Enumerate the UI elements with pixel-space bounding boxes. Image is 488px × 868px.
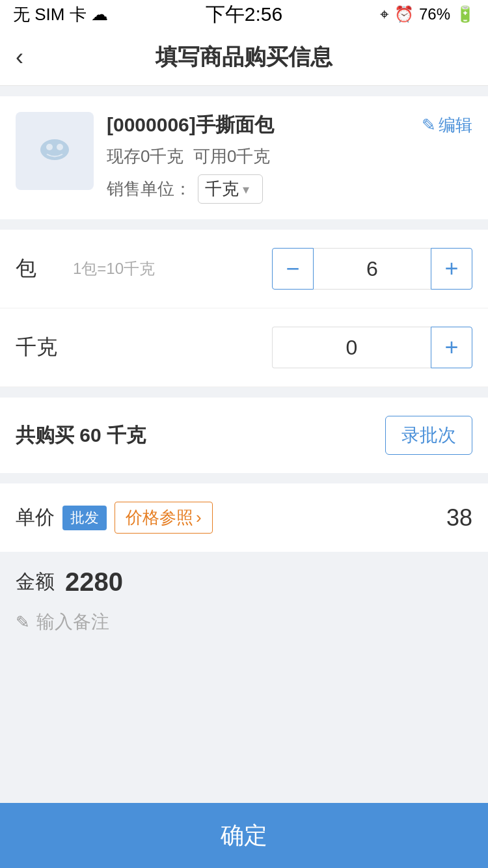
price-row: 单价 批发 价格参照 › 38 bbox=[16, 502, 472, 534]
edit-button[interactable]: ✎ 编辑 bbox=[422, 114, 472, 137]
price-value: 38 bbox=[446, 504, 472, 532]
price-ref-button[interactable]: 价格参照 › bbox=[115, 502, 213, 534]
kilogram-plus-button[interactable]: + bbox=[431, 327, 472, 368]
battery-level: 76% bbox=[419, 5, 450, 23]
svg-point-1 bbox=[46, 144, 53, 150]
remark-row[interactable]: ✎ 输入备注 bbox=[16, 610, 472, 634]
price-tag: 批发 bbox=[62, 506, 107, 530]
package-controls: − + bbox=[272, 248, 472, 290]
status-right: ⌖ ⏰ 76% 🔋 bbox=[380, 5, 475, 23]
product-name: [0000006]手撕面包 bbox=[107, 112, 274, 139]
pencil-icon: ✎ bbox=[16, 612, 30, 632]
amount-section: 金额 2280 ✎ 输入备注 bbox=[0, 552, 488, 641]
amount-value: 2280 bbox=[65, 567, 123, 597]
quantity-section: 包 1包=10千克 − + 千克 + bbox=[0, 230, 488, 387]
batch-button[interactable]: 录批次 bbox=[385, 416, 472, 455]
total-amount: 60 bbox=[79, 424, 101, 446]
package-minus-button[interactable]: − bbox=[272, 248, 314, 290]
alarm-icon: ⏰ bbox=[394, 5, 414, 23]
nav-bar: ‹ 填写商品购买信息 bbox=[0, 29, 488, 86]
package-quantity-input[interactable] bbox=[314, 248, 431, 290]
product-section: [0000006]手撕面包 ✎ 编辑 现存0千克 可用0千克 销售单位： 千克 … bbox=[0, 96, 488, 219]
package-row: 包 1包=10千克 − + bbox=[0, 230, 488, 308]
product-info: [0000006]手撕面包 ✎ 编辑 现存0千克 可用0千克 销售单位： 千克 … bbox=[107, 112, 472, 204]
chevron-down-icon: ▾ bbox=[243, 182, 249, 197]
sim-status: 无 SIM 卡 ☁ bbox=[13, 3, 108, 26]
price-ref-label: 价格参照 bbox=[126, 506, 193, 529]
remark-input[interactable]: 输入备注 bbox=[36, 610, 109, 634]
status-bar: 无 SIM 卡 ☁ 下午2:56 ⌖ ⏰ 76% 🔋 bbox=[0, 0, 488, 29]
total-row: 共购买 60 千克 录批次 bbox=[0, 398, 488, 473]
battery-icon: 🔋 bbox=[455, 5, 475, 23]
amount-label: 金额 bbox=[16, 569, 55, 595]
back-button[interactable]: ‹ bbox=[16, 44, 23, 71]
package-label: 包 bbox=[16, 254, 68, 283]
price-ref-arrow-icon: › bbox=[196, 508, 202, 528]
price-left: 单价 批发 价格参照 › bbox=[16, 502, 213, 534]
total-text: 共购买 60 千克 bbox=[16, 422, 146, 449]
kilogram-row: 千克 + bbox=[0, 308, 488, 387]
svg-point-2 bbox=[57, 144, 63, 150]
kilogram-controls: + bbox=[272, 327, 472, 368]
amount-row: 金额 2280 bbox=[16, 567, 472, 597]
price-section: 单价 批发 价格参照 › 38 bbox=[0, 483, 488, 552]
package-plus-button[interactable]: + bbox=[431, 248, 472, 290]
package-hint: 1包=10千克 bbox=[73, 258, 272, 279]
product-logo-icon bbox=[35, 131, 74, 170]
unit-label: 销售单位： bbox=[107, 178, 191, 200]
unit-select[interactable]: 千克 ▾ bbox=[198, 174, 263, 204]
location-icon: ⌖ bbox=[380, 5, 389, 23]
status-left: 无 SIM 卡 ☁ bbox=[13, 3, 108, 26]
page-title: 填写商品购买信息 bbox=[156, 42, 332, 72]
status-time: 下午2:56 bbox=[206, 1, 282, 28]
price-label: 单价 bbox=[16, 504, 55, 531]
product-stock: 现存0千克 可用0千克 bbox=[107, 145, 472, 168]
kilogram-quantity-input[interactable] bbox=[272, 327, 431, 368]
unit-value: 千克 bbox=[205, 178, 239, 200]
edit-icon: ✎ bbox=[422, 115, 436, 135]
product-image bbox=[16, 112, 94, 190]
confirm-button[interactable]: 确定 bbox=[0, 803, 488, 868]
edit-label: 编辑 bbox=[439, 114, 472, 137]
kilogram-label: 千克 bbox=[16, 333, 68, 362]
